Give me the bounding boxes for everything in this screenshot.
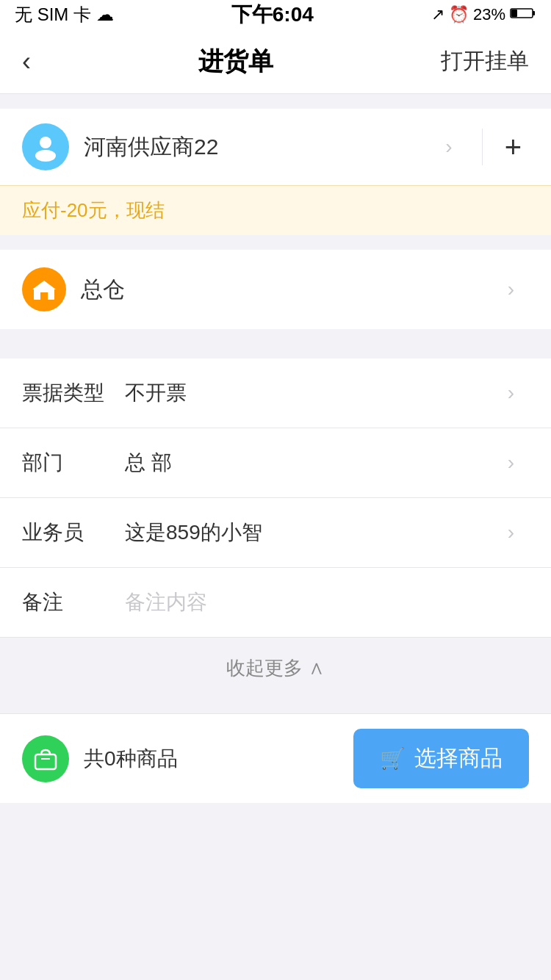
supplier-section: 河南供应商22 › + 应付-20元，现结: [0, 109, 551, 235]
remark-input[interactable]: 备注内容: [110, 588, 529, 616]
sim-label: 无 SIM 卡 ☁: [15, 3, 114, 26]
nav-bar: ‹ 进货单 打开挂单: [0, 29, 551, 94]
page-title: 进货单: [198, 45, 273, 79]
add-button[interactable]: +: [497, 131, 529, 164]
svg-rect-2: [511, 10, 517, 17]
section-gap-2: [0, 235, 551, 250]
warehouse-row[interactable]: 总仓 ›: [0, 250, 551, 329]
supplier-avatar: [22, 123, 69, 170]
warehouse-icon-wrap: [22, 267, 66, 311]
chevron-right-icon: ›: [445, 135, 452, 159]
person-icon: [31, 132, 60, 162]
product-count-label: 共0种商品: [84, 745, 339, 773]
remark-row[interactable]: 备注 备注内容: [0, 568, 551, 637]
notice-text: 应付-20元，现结: [22, 199, 165, 221]
alarm-icon: ⏰: [449, 5, 469, 24]
svg-point-3: [40, 137, 51, 148]
page-background: [0, 803, 551, 980]
notice-bar: 应付-20元，现结: [0, 185, 551, 235]
svg-rect-1: [533, 11, 535, 15]
collapse-bar[interactable]: 收起更多 ∧: [0, 637, 551, 699]
invoice-value: 不开票: [110, 379, 508, 407]
battery-label: 23%: [473, 5, 505, 24]
dept-value: 总 部: [110, 449, 508, 477]
status-bar: 无 SIM 卡 ☁ 下午6:04 ↗ ⏰ 23%: [0, 0, 551, 29]
sales-row[interactable]: 业务员 这是859的小智 ›: [0, 498, 551, 568]
svg-rect-8: [35, 754, 56, 769]
battery-icon: [510, 5, 536, 24]
status-right: ↗ ⏰ 23%: [431, 5, 536, 24]
dept-row[interactable]: 部门 总 部 ›: [0, 428, 551, 498]
section-gap-3: [0, 329, 551, 344]
svg-rect-7: [40, 292, 48, 300]
collapse-label: 收起更多 ∧: [226, 657, 324, 679]
svg-marker-6: [32, 281, 56, 289]
sales-value: 这是859的小智: [110, 519, 508, 547]
location-icon: ↗: [431, 5, 444, 24]
warehouse-icon: [31, 276, 57, 303]
chevron-right-icon: ›: [508, 521, 514, 544]
chevron-right-icon: ›: [508, 381, 514, 405]
section-gap-4: [0, 699, 551, 713]
remark-label: 备注: [22, 588, 110, 616]
status-left: 无 SIM 卡 ☁: [15, 3, 114, 26]
shopping-bag-icon: [32, 746, 59, 772]
select-product-button[interactable]: 🛒 选择商品: [353, 729, 529, 788]
section-gap-1: [0, 94, 551, 109]
invoice-label: 票据类型: [22, 379, 110, 407]
select-btn-label: 选择商品: [414, 743, 503, 774]
form-section: 票据类型 不开票 › 部门 总 部 › 业务员 这是859的小智 › 备注 备注…: [0, 359, 551, 637]
sales-label: 业务员: [22, 519, 110, 547]
chevron-right-icon: ›: [508, 451, 514, 475]
cart-icon: 🛒: [380, 746, 406, 771]
chevron-right-icon: ›: [508, 278, 514, 301]
supplier-row[interactable]: 河南供应商22 › +: [0, 109, 551, 185]
vertical-divider: [482, 129, 483, 165]
warehouse-name: 总仓: [81, 275, 508, 305]
status-time: 下午6:04: [231, 1, 314, 29]
supplier-name: 河南供应商22: [84, 132, 445, 162]
bottom-bar: 共0种商品 🛒 选择商品: [0, 713, 551, 803]
invoice-row[interactable]: 票据类型 不开票 ›: [0, 359, 551, 428]
open-pending-button[interactable]: 打开挂单: [441, 46, 529, 76]
product-icon-wrap: [22, 735, 69, 782]
warehouse-section: 总仓 ›: [0, 250, 551, 329]
svg-point-4: [35, 150, 56, 162]
back-button[interactable]: ‹: [22, 46, 31, 77]
dept-label: 部门: [22, 449, 110, 477]
